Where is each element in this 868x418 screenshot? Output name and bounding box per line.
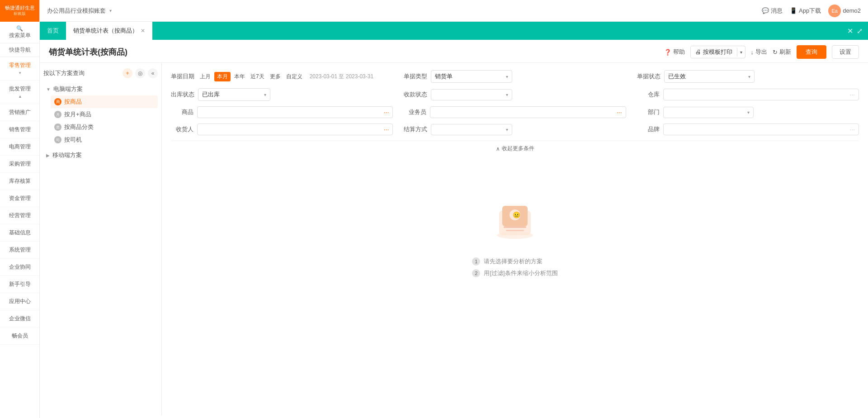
chevron-icon: ▾ bbox=[19, 71, 21, 75]
brand-more-icon[interactable]: ··· bbox=[849, 126, 855, 133]
warehouse-input[interactable]: ··· bbox=[663, 89, 859, 100]
tree-desktop: ▼ 电脑端方案 商 按商品 月 按月+商品 类 bbox=[43, 83, 158, 146]
query-button[interactable]: 查询 bbox=[797, 45, 826, 59]
sidebar-item-retail[interactable]: 零售管理 ▾ bbox=[0, 57, 39, 81]
empty-tips: 1 请先选择要分析的方案 2 用[过滤]条件来缩小分析范围 bbox=[472, 257, 557, 277]
print-button[interactable]: 🖨 按模板打印 ▾ bbox=[690, 46, 745, 58]
receiver-control: ··· bbox=[197, 124, 393, 135]
warehouse-more-icon[interactable]: ··· bbox=[849, 91, 855, 98]
print-dropdown-icon[interactable]: ▾ bbox=[737, 48, 745, 57]
date-more[interactable]: 更多 bbox=[268, 72, 283, 81]
sidebar-item-wholesale[interactable]: 批发管理 ▲ bbox=[0, 81, 39, 104]
category-scheme-icon: 类 bbox=[54, 124, 61, 131]
tip-num-1: 1 bbox=[472, 257, 480, 266]
doc-type-label: 单据类型 bbox=[404, 72, 427, 81]
sidebar-item-cooperation[interactable]: 企业协同 bbox=[0, 259, 39, 276]
sidebar-item-shortcut[interactable]: 快捷导航 bbox=[0, 43, 39, 57]
logo-sub: 标账版 bbox=[14, 11, 26, 17]
sidebar-item-inventory[interactable]: 库存核算 bbox=[0, 173, 39, 190]
export-button[interactable]: ↓ 导出 bbox=[751, 48, 768, 56]
export-icon: ↓ bbox=[751, 49, 754, 56]
tree-mobile-parent[interactable]: ▶ 移动端方案 bbox=[43, 149, 158, 162]
header-right: 💬 消息 📱 App下载 Ea demo2 bbox=[762, 5, 861, 17]
sidebar-item-member[interactable]: 畅会员 bbox=[0, 328, 39, 345]
doc-type-chevron: ▾ bbox=[506, 74, 508, 79]
tree-item-by-category[interactable]: 类 按商品分类 bbox=[51, 121, 158, 133]
payment-status-label: 收款状态 bbox=[404, 90, 427, 99]
sidebar-item-ecommerce[interactable]: 电商管理 bbox=[0, 138, 39, 156]
staff-more-icon[interactable]: ··· bbox=[617, 109, 622, 116]
doc-type-select[interactable]: 销货单 ▾ bbox=[431, 70, 512, 83]
filter-doc-type: 单据类型 销货单 ▾ bbox=[404, 70, 626, 83]
tip-num-2: 2 bbox=[472, 269, 480, 277]
sidebar-item-system[interactable]: 系统管理 bbox=[0, 242, 39, 259]
tab-sales-stats[interactable]: 销货单统计表（按商品） ✕ bbox=[66, 22, 152, 40]
collapse-bar[interactable]: ∧ 收起更多条件 bbox=[171, 141, 859, 156]
tree-item-by-month-goods[interactable]: 月 按月+商品 bbox=[51, 108, 158, 121]
content-layout: 按以下方案查询 + ◎ « ▼ 电脑端方案 商 按 bbox=[40, 63, 868, 415]
goods-scheme-icon: 商 bbox=[54, 98, 61, 105]
payment-status-control: ▾ bbox=[431, 89, 626, 100]
expand-icon[interactable]: ⤢ bbox=[857, 27, 863, 35]
collapse-panel-icon[interactable]: « bbox=[148, 68, 158, 78]
receiver-input[interactable]: ··· bbox=[197, 124, 393, 135]
settings-scheme-icon[interactable]: ◎ bbox=[135, 68, 145, 78]
industry-title: 办公用品行业模拟账套 bbox=[47, 7, 106, 15]
tree-desktop-parent[interactable]: ▼ 电脑端方案 bbox=[43, 83, 158, 95]
brand-input[interactable]: ··· bbox=[663, 124, 859, 135]
tree-item-by-driver[interactable]: 司 按司机 bbox=[51, 133, 158, 146]
header-left: 办公用品行业模拟账套 ▾ bbox=[47, 7, 112, 15]
sidebar-item-appcenter[interactable]: 应用中心 bbox=[0, 293, 39, 310]
staff-input[interactable]: ··· bbox=[430, 106, 626, 118]
date-this-year[interactable]: 本年 bbox=[232, 72, 247, 81]
settle-label: 结算方式 bbox=[404, 125, 427, 133]
warehouse-status-select[interactable]: 已出库 ▾ bbox=[198, 88, 270, 101]
settle-select[interactable]: ▾ bbox=[431, 124, 512, 135]
chevron-icon: ▲ bbox=[18, 94, 22, 99]
panel-icons: + ◎ « bbox=[123, 68, 158, 78]
sidebar-item-search[interactable]: 🔍 搜索菜单 bbox=[0, 22, 39, 43]
tree-item-by-goods[interactable]: 商 按商品 bbox=[51, 95, 158, 108]
date-custom[interactable]: 自定义 bbox=[284, 72, 304, 81]
add-scheme-icon[interactable]: + bbox=[123, 68, 132, 78]
doc-status-control: 已生效 ▾ bbox=[664, 70, 859, 83]
doc-status-select[interactable]: 已生效 ▾ bbox=[664, 70, 755, 83]
empty-tip-1: 1 请先选择要分析的方案 bbox=[472, 257, 557, 266]
goods-input[interactable]: ··· bbox=[197, 106, 393, 118]
receiver-more-icon[interactable]: ··· bbox=[384, 126, 389, 133]
tree-mobile-arrow: ▶ bbox=[46, 153, 50, 158]
close-window-icon[interactable]: ✕ bbox=[847, 27, 853, 35]
dept-control: ▾ bbox=[663, 107, 859, 118]
user-profile[interactable]: Ea demo2 bbox=[828, 5, 861, 17]
settings-button[interactable]: 设置 bbox=[832, 45, 859, 59]
date-last-month[interactable]: 上月 bbox=[198, 72, 212, 81]
tab-home[interactable]: 首页 bbox=[40, 22, 66, 40]
refresh-button[interactable]: ↻ 刷新 bbox=[773, 48, 791, 56]
sidebar-item-basic[interactable]: 基础信息 bbox=[0, 224, 39, 242]
date-this-month[interactable]: 本月 bbox=[214, 72, 231, 81]
app-download-button[interactable]: 📱 App下载 bbox=[790, 7, 821, 15]
sidebar-item-newuser[interactable]: 新手引导 bbox=[0, 276, 39, 293]
filter-goods: 商品 ··· bbox=[171, 106, 393, 118]
filter-row-3: 商品 ··· 业务员 bbox=[171, 106, 859, 118]
close-tab-icon[interactable]: ✕ bbox=[141, 28, 145, 34]
sidebar-item-wechat[interactable]: 企业微信 bbox=[0, 310, 39, 328]
sidebar-item-operation[interactable]: 经营管理 bbox=[0, 207, 39, 224]
tab-bar-actions: ✕ ⤢ bbox=[847, 27, 868, 35]
payment-status-chevron: ▾ bbox=[506, 92, 508, 97]
doc-status-label: 单据状态 bbox=[637, 72, 660, 81]
help-icon: ❓ bbox=[664, 49, 671, 56]
sidebar-item-sales[interactable]: 销售管理 bbox=[0, 121, 39, 138]
sidebar-item-purchase[interactable]: 采购管理 bbox=[0, 156, 39, 173]
goods-more-icon[interactable]: ··· bbox=[384, 109, 389, 116]
sidebar-item-marketing[interactable]: 营销推广 bbox=[0, 104, 39, 121]
payment-status-select[interactable]: ▾ bbox=[431, 89, 512, 100]
sidebar-item-finance[interactable]: 资金管理 bbox=[0, 190, 39, 207]
doc-type-control: 销货单 ▾ bbox=[431, 70, 626, 83]
sidebar: 畅捷通好生意 标账版 🔍 搜索菜单 快捷导航 零售管理 ▾ 批发管理 ▲ 营销推… bbox=[0, 0, 40, 418]
dept-select[interactable]: ▾ bbox=[663, 107, 754, 118]
message-button[interactable]: 💬 消息 bbox=[762, 7, 783, 15]
date-7days[interactable]: 近7天 bbox=[249, 72, 266, 81]
help-button[interactable]: ❓ 帮助 bbox=[664, 48, 685, 56]
industry-dropdown-icon[interactable]: ▾ bbox=[109, 8, 112, 13]
